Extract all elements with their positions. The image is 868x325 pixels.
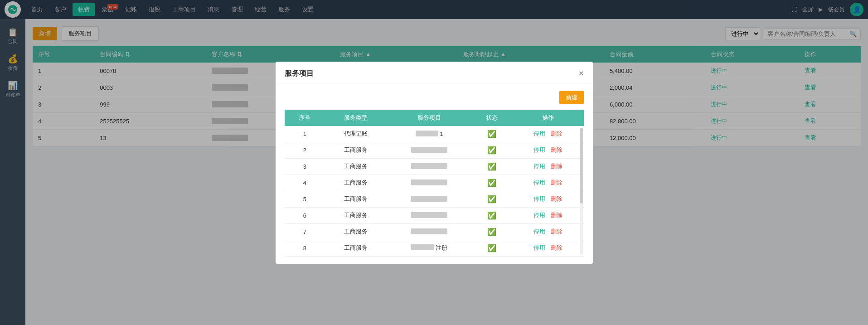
- modal-cell-no: 4: [285, 175, 325, 191]
- modal-service-item: 服务项目 × 新建 序号 服务类型 服务项目 状态 操作: [276, 62, 593, 264]
- delete-button[interactable]: 删除: [551, 244, 563, 251]
- modal-body: 新建 序号 服务类型 服务项目 状态 操作 1 代理记账: [276, 83, 593, 264]
- modal-cell-item: [387, 223, 472, 240]
- modal-cell-no: 8: [285, 240, 325, 256]
- stop-button[interactable]: 停用: [533, 212, 545, 218]
- modal-table-row: 3 工商服务 ✅ 停用 删除: [285, 158, 584, 175]
- modal-cell-status: ✅: [471, 158, 512, 175]
- modal-cell-type: 工商服务: [325, 175, 387, 191]
- status-check-icon: ✅: [487, 195, 496, 203]
- modal-cell-status: ✅: [471, 207, 512, 223]
- modal-cell-no: 2: [285, 142, 325, 158]
- stop-button[interactable]: 停用: [533, 228, 545, 235]
- modal-col-type: 服务类型: [325, 110, 387, 126]
- modal-cell-type: 工商服务: [325, 158, 387, 175]
- modal-cell-no: 1: [285, 126, 325, 142]
- modal-col-item: 服务项目: [387, 110, 472, 126]
- delete-button[interactable]: 删除: [551, 130, 563, 137]
- modal-cell-item: [387, 175, 472, 191]
- modal-table-row: 4 工商服务 ✅ 停用 删除: [285, 175, 584, 191]
- modal-col-status: 状态: [471, 110, 512, 126]
- modal-table-row: 1 代理记账 1 ✅ 停用 删除: [285, 126, 584, 142]
- stop-button[interactable]: 停用: [533, 163, 545, 170]
- modal-cell-action: 停用 删除: [512, 207, 583, 223]
- modal-toolbar: 新建: [285, 91, 584, 104]
- modal-cell-no: 6: [285, 207, 325, 223]
- modal-cell-status: ✅: [471, 191, 512, 207]
- modal-cell-action: 停用 删除: [512, 158, 583, 175]
- modal-cell-type: 工商服务: [325, 240, 387, 256]
- modal-cell-action: 停用 删除: [512, 240, 583, 256]
- status-check-icon: ✅: [487, 228, 496, 236]
- stop-button[interactable]: 停用: [533, 130, 545, 137]
- modal-cell-item: [387, 158, 472, 175]
- delete-button[interactable]: 删除: [551, 146, 563, 153]
- modal-cell-status: ✅: [471, 175, 512, 191]
- service-table: 序号 服务类型 服务项目 状态 操作 1 代理记账 1 ✅ 停用 删除 2 工商…: [285, 110, 584, 257]
- status-check-icon: ✅: [487, 163, 496, 170]
- scrollbar-thumb[interactable]: [580, 128, 583, 204]
- delete-button[interactable]: 删除: [551, 212, 563, 218]
- modal-table-row: 5 工商服务 ✅ 停用 删除: [285, 191, 584, 207]
- modal-cell-item: 1: [387, 126, 472, 142]
- status-check-icon: ✅: [487, 212, 496, 219]
- delete-button[interactable]: 删除: [551, 228, 563, 235]
- modal-cell-item: 注册: [387, 240, 472, 256]
- delete-button[interactable]: 删除: [551, 179, 563, 186]
- modal-cell-action: 停用 删除: [512, 175, 583, 191]
- stop-button[interactable]: 停用: [533, 179, 545, 186]
- modal-new-button[interactable]: 新建: [559, 91, 584, 104]
- modal-cell-type: 工商服务: [325, 223, 387, 240]
- status-check-icon: ✅: [487, 146, 496, 154]
- modal-cell-type: 代理记账: [325, 126, 387, 142]
- status-check-icon: ✅: [487, 244, 496, 252]
- modal-cell-no: 5: [285, 191, 325, 207]
- modal-cell-type: 工商服务: [325, 191, 387, 207]
- stop-button[interactable]: 停用: [533, 146, 545, 153]
- modal-cell-item: [387, 207, 472, 223]
- modal-table-row: 2 工商服务 ✅ 停用 删除: [285, 142, 584, 158]
- modal-table-row: 6 工商服务 ✅ 停用 删除: [285, 207, 584, 223]
- modal-cell-status: ✅: [471, 126, 512, 142]
- modal-table-row: 8 工商服务 注册 ✅ 停用 删除: [285, 240, 584, 256]
- modal-cell-item: [387, 142, 472, 158]
- modal-header: 服务项目 ×: [276, 62, 593, 83]
- modal-cell-action: 停用 删除: [512, 191, 583, 207]
- modal-table-row: 7 工商服务 ✅ 停用 删除: [285, 223, 584, 240]
- modal-cell-type: 工商服务: [325, 207, 387, 223]
- modal-cell-no: 3: [285, 158, 325, 175]
- modal-cell-no: 7: [285, 223, 325, 240]
- modal-col-no: 序号: [285, 110, 325, 126]
- modal-table-wrapper: 序号 服务类型 服务项目 状态 操作 1 代理记账 1 ✅ 停用 删除 2 工商…: [285, 110, 584, 257]
- modal-cell-status: ✅: [471, 240, 512, 256]
- modal-cell-action: 停用 删除: [512, 142, 583, 158]
- modal-cell-item: [387, 191, 472, 207]
- modal-cell-status: ✅: [471, 142, 512, 158]
- modal-cell-type: 工商服务: [325, 142, 387, 158]
- stop-button[interactable]: 停用: [533, 195, 545, 202]
- modal-close-button[interactable]: ×: [579, 69, 584, 78]
- modal-overlay: 服务项目 × 新建 序号 服务类型 服务项目 状态 操作: [0, 0, 868, 325]
- modal-cell-status: ✅: [471, 223, 512, 240]
- status-check-icon: ✅: [487, 179, 496, 187]
- delete-button[interactable]: 删除: [551, 195, 563, 202]
- modal-col-action: 操作: [512, 110, 583, 126]
- stop-button[interactable]: 停用: [533, 244, 545, 251]
- status-check-icon: ✅: [487, 130, 496, 138]
- modal-title: 服务项目: [285, 69, 314, 78]
- scrollbar-track[interactable]: [580, 128, 583, 254]
- modal-cell-action: 停用 删除: [512, 223, 583, 240]
- delete-button[interactable]: 删除: [551, 163, 563, 170]
- modal-cell-action: 停用 删除: [512, 126, 583, 142]
